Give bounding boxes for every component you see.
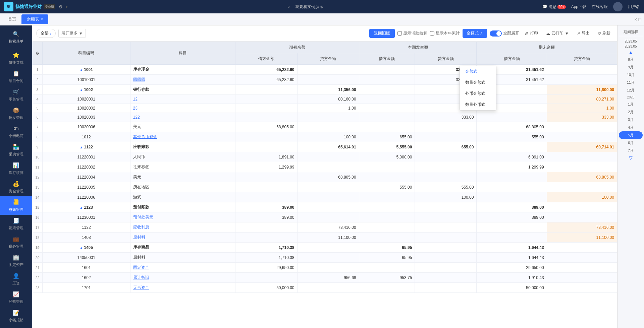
demo-link[interactable]: 我要看实例演示 — [295, 4, 323, 10]
sidebar-item-project-contract[interactable]: 📋 项目合同 — [0, 68, 32, 86]
sidebar-search[interactable]: 🔍 搜索菜单 — [9, 28, 23, 47]
row-number: 15 — [33, 202, 43, 212]
month-4[interactable]: 4月 — [619, 124, 643, 131]
subject-code-cell: 11220005 — [43, 182, 130, 192]
subject-cell[interactable]: 应收利息 — [130, 222, 235, 233]
subject-cell[interactable]: 原材料 — [130, 233, 235, 243]
month-1[interactable]: 1月 — [619, 101, 643, 108]
month-7[interactable]: 7月 — [619, 147, 643, 154]
open_credit-cell — [297, 152, 359, 162]
sidebar-item-ecommerce[interactable]: 🛍 小畅电商 — [0, 123, 32, 141]
sidebar-item-tax[interactable]: 💼 税务管理 — [0, 233, 32, 252]
period-up-arrow[interactable]: ▲ — [619, 49, 643, 56]
expand-icon[interactable]: ▲ — [80, 145, 84, 149]
online-service[interactable]: 在线客服 — [592, 4, 608, 10]
amount-style-option[interactable]: 金额式 — [460, 66, 496, 77]
print-button[interactable]: 🖨 打印 — [522, 29, 541, 38]
close_debit-cell: 29,650.00 — [477, 263, 547, 273]
month-9[interactable]: 9月 — [619, 63, 643, 71]
tab-balance[interactable]: 余额表 × — [21, 14, 48, 24]
qty-amount-style-option[interactable]: 数量金额式 — [460, 77, 496, 88]
month-5[interactable]: 5月 — [619, 131, 643, 139]
close_debit-cell: 50,000.00 — [477, 283, 547, 293]
return-old-version-button[interactable]: 退回旧版 — [369, 29, 395, 38]
subject-cell[interactable]: 122 — [130, 113, 235, 122]
sidebar-item-inventory[interactable]: 📊 库存核算 — [0, 159, 32, 178]
window-minimize[interactable]: × — [634, 17, 637, 22]
subject-cell[interactable]: 其他货币资金 — [130, 132, 235, 142]
expand-more-button[interactable]: 展开更多 ▼ — [58, 29, 86, 38]
username[interactable]: 用户名 — [628, 4, 640, 10]
sidebar-item-retail[interactable]: 🛒 零售管理 — [0, 86, 32, 105]
row-number: 6 — [33, 113, 43, 122]
month-12[interactable]: 12月 — [619, 86, 643, 94]
expand-icon[interactable]: ▲ — [80, 246, 84, 250]
sidebar-item-purchase[interactable]: 🏪 采购管理 — [0, 141, 32, 159]
sidebar-item-capital[interactable]: 💰 资金管理 — [0, 178, 32, 196]
expand-icon[interactable]: ▲ — [80, 88, 84, 92]
toggle-thumb — [496, 31, 501, 36]
app-download[interactable]: App下载 — [571, 4, 586, 10]
sidebar-item-quick-nav[interactable]: ⭐ 快捷导航 — [0, 49, 32, 68]
close_debit-cell — [477, 222, 547, 233]
qty-foreign-style-option[interactable]: 数量外币式 — [460, 99, 496, 110]
ytd-checkbox-input[interactable] — [430, 31, 434, 36]
message-icon[interactable]: 💬 消息 99+ — [542, 4, 566, 10]
open_credit-cell: 80,160.00 — [297, 95, 359, 104]
open_debit-cell: 389.00 — [235, 202, 297, 212]
foreign-amount-style-option[interactable]: 外币金额式 — [460, 88, 496, 99]
expand-icon[interactable]: ▲ — [80, 206, 84, 209]
month-10[interactable]: 10月 — [619, 71, 643, 79]
closing-balance-header: 期末余额 — [477, 42, 617, 53]
subject-cell[interactable]: 累计折旧 — [130, 273, 235, 283]
sidebar-item-invoice[interactable]: 🧾 发票管理 — [0, 215, 32, 233]
subject-cell[interactable]: 12 — [130, 95, 235, 104]
subject-cell[interactable]: 预付款美元 — [130, 212, 235, 222]
month-2[interactable]: 2月 — [619, 108, 643, 116]
settings-col-header[interactable]: ⚙ — [33, 42, 43, 65]
sidebar-item-ops[interactable]: 📈 经营管理 — [0, 288, 32, 307]
export-button[interactable]: ↗ 导出 — [574, 29, 592, 38]
refresh-button[interactable]: ↺ 刷新 — [595, 29, 613, 38]
toggle-switch[interactable] — [490, 30, 502, 37]
sidebar-item-fixed-assets[interactable]: 🏢 固定资产 — [0, 252, 32, 270]
row-number: 16 — [33, 212, 43, 222]
subject-cell[interactable]: 固定资产 — [130, 263, 235, 273]
auxiliary-checkbox-input[interactable] — [397, 31, 402, 36]
sidebar-item-ledger[interactable]: 📒 总账管理 — [0, 196, 32, 215]
subject-cell[interactable]: 23 — [130, 104, 235, 113]
expand-all-toggle[interactable]: 全部展开 — [490, 30, 519, 37]
subject-cell[interactable]: 无形资产 — [130, 283, 235, 293]
curr_credit-cell: 100.00 — [415, 192, 477, 202]
user-avatar[interactable] — [613, 2, 623, 11]
window-maximize[interactable]: □ — [639, 17, 641, 22]
sidebar-item-wholesale[interactable]: 📦 批发管理 — [0, 105, 32, 123]
period-down-arrow[interactable]: ▽ — [619, 154, 643, 161]
subject-cell[interactable]: 回回回 — [130, 75, 235, 85]
open_credit-cell — [297, 283, 359, 293]
amount-mode-button[interactable]: 金额式 ∧ — [463, 29, 487, 38]
dropdown-arrow[interactable]: ▼ — [65, 5, 68, 9]
curr_debit-cell — [359, 233, 415, 243]
balance-table: ⚙ 科目编码 科目 期初余额 本期发生额 期末余额 借方金额 贷方金额 借方金额… — [32, 42, 617, 293]
expand-icon[interactable]: ▲ — [80, 68, 84, 72]
show-ytd-checkbox[interactable]: 显示本年累计 — [430, 30, 460, 36]
sidebar-item-basic-info[interactable]: ℹ 基础信息 — [0, 325, 32, 328]
subject-code-cell: 11230001 — [43, 212, 130, 222]
tab-home[interactable]: 首页 — [3, 14, 21, 24]
month-3[interactable]: 3月 — [619, 116, 643, 124]
month-6[interactable]: 6月 — [619, 139, 643, 147]
cloud-print-button[interactable]: ☁ 云打印 ▼ — [543, 29, 572, 38]
show-auxiliary-checkbox[interactable]: 显示辅助核算 — [397, 30, 427, 36]
sidebar-item-salary[interactable]: 👤 工资 — [0, 270, 32, 288]
sidebar-item-sales-report[interactable]: 📝 小畅报销 — [0, 307, 32, 325]
open_credit-cell — [297, 202, 359, 212]
refresh-icon: ↺ — [598, 31, 601, 36]
all-filter-button[interactable]: 全部 › — [36, 29, 56, 38]
curr_debit-cell — [359, 95, 415, 104]
month-11[interactable]: 11月 — [619, 79, 643, 86]
tab-close-button[interactable]: × — [41, 17, 43, 21]
open_credit-cell: 73,416.00 — [297, 222, 359, 233]
subject-code-cell: ▲ 1123 — [43, 202, 130, 212]
month-8[interactable]: 8月 — [619, 56, 643, 63]
